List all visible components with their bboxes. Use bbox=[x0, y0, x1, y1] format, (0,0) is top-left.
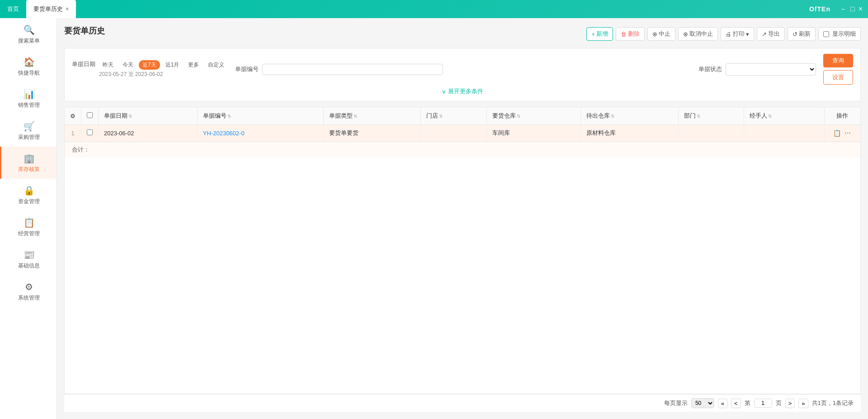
tab-home[interactable]: 首页 bbox=[0, 0, 26, 18]
sidebar-item-system-label: 系统管理 bbox=[18, 294, 40, 302]
date-today[interactable]: 今天 bbox=[119, 60, 137, 70]
refresh-button[interactable]: ↺ 刷新 bbox=[788, 27, 816, 41]
select-all-checkbox[interactable] bbox=[87, 112, 93, 118]
sidebar-item-basic-info[interactable]: 📰 基础信息 bbox=[0, 243, 57, 275]
row-bill-number-link[interactable]: YH-20230602-0 bbox=[203, 130, 245, 137]
maximize-icon[interactable]: □ bbox=[850, 5, 855, 13]
col-bill-type[interactable]: 单据类型⇅ bbox=[324, 107, 421, 125]
basic-info-icon: 📰 bbox=[24, 249, 35, 260]
display-detail-label: 显示明细 bbox=[832, 30, 856, 38]
row-req-warehouse: 车间库 bbox=[487, 125, 581, 142]
tab-home-label: 首页 bbox=[7, 5, 19, 13]
page-size-label: 每页显示 bbox=[664, 399, 688, 407]
sidebar-item-quicknav[interactable]: 🏠 快捷导航 bbox=[0, 50, 57, 82]
page-size-select[interactable]: 50 10 20 100 bbox=[691, 398, 714, 408]
new-button[interactable]: + 新增 bbox=[586, 27, 613, 41]
stop-button[interactable]: ⊗ 中止 bbox=[647, 27, 675, 41]
col-ops: 操作 bbox=[824, 107, 860, 125]
table-header-row: ⚙ 单据日期⇅ 单据编号⇅ 单据类型⇅ bbox=[65, 107, 860, 125]
row-handler bbox=[744, 125, 824, 142]
sidebar-item-sales[interactable]: 📊 销售管理 bbox=[0, 82, 57, 114]
chevron-down-icon: ∨ bbox=[442, 88, 446, 95]
row-delete-icon[interactable]: ⋯ bbox=[843, 129, 852, 138]
page-number-input[interactable] bbox=[754, 399, 772, 408]
pagination-bar: 每页显示 50 10 20 100 « < 第 页 > » 共1页，1条记录 bbox=[64, 394, 861, 412]
sidebar-item-purchase[interactable]: 🛒 采购管理 bbox=[0, 114, 57, 147]
sort-pending-warehouse-icon: ⇅ bbox=[611, 114, 614, 119]
footer-total-label: 合计： bbox=[72, 146, 90, 154]
col-store[interactable]: 门店⇅ bbox=[421, 107, 487, 125]
row-edit-icon[interactable]: 📋 bbox=[832, 129, 841, 138]
expand-more-label: ∨ 展开更多条件 bbox=[442, 87, 483, 95]
col-handler[interactable]: 经手人⇅ bbox=[744, 107, 824, 125]
prev-page-btn[interactable]: < bbox=[731, 399, 741, 408]
date-filter-label: 单据日期 bbox=[72, 60, 95, 68]
cancel-stop-icon: ⊗ bbox=[683, 31, 688, 38]
bill-number-filter: 单据编号 bbox=[235, 64, 691, 75]
main-table: ⚙ 单据日期⇅ 单据编号⇅ 单据类型⇅ bbox=[65, 107, 860, 142]
sidebar-item-purchase-label: 采购管理 bbox=[18, 133, 40, 141]
col-bill-date[interactable]: 单据日期⇅ bbox=[99, 107, 198, 125]
page-unit: 页 bbox=[776, 399, 782, 407]
row-num: 1 bbox=[65, 125, 81, 142]
top-bar: 首页 要货单历史 × OfTEn － □ × bbox=[0, 0, 868, 18]
col-req-warehouse[interactable]: 要货仓库⇅ bbox=[487, 107, 581, 125]
tab-bill-history[interactable]: 要货单历史 × bbox=[26, 0, 76, 18]
refresh-icon: ↺ bbox=[793, 31, 797, 38]
bill-status-select[interactable] bbox=[726, 63, 816, 76]
inventory-icon: 🏢 bbox=[24, 153, 35, 164]
sort-req-warehouse-icon: ⇅ bbox=[517, 114, 520, 119]
sidebar-item-system[interactable]: ⚙ 系统管理 bbox=[0, 275, 57, 307]
system-icon: ⚙ bbox=[25, 281, 33, 292]
sidebar-item-quicknav-label: 快捷导航 bbox=[18, 69, 40, 77]
finance-icon: 🔒 bbox=[24, 185, 35, 196]
col-settings[interactable]: ⚙ bbox=[65, 107, 81, 125]
col-bill-number[interactable]: 单据编号⇅ bbox=[197, 107, 323, 125]
sidebar-item-finance[interactable]: 🔒 资金管理 bbox=[0, 179, 57, 211]
filter-bar: 单据日期 昨天 今天 近7天 近1月 更多 自定义 2023-05-27 至 2… bbox=[64, 48, 861, 101]
query-settings-group: 查询 设置 bbox=[823, 54, 853, 85]
export-button[interactable]: ↗ 导出 bbox=[757, 27, 785, 41]
sort-department-icon: ⇅ bbox=[697, 114, 700, 119]
first-page-btn[interactable]: « bbox=[718, 399, 727, 408]
last-page-btn[interactable]: » bbox=[798, 399, 808, 408]
col-pending-warehouse[interactable]: 待出仓库⇅ bbox=[581, 107, 678, 125]
date-options-group: 昨天 今天 近7天 近1月 更多 自定义 2023-05-27 至 2023-0… bbox=[99, 60, 228, 78]
expand-more-btn[interactable]: ∨ 展开更多条件 bbox=[72, 85, 853, 95]
print-button-label: 打印 bbox=[733, 30, 745, 38]
sidebar-item-finance-label: 资金管理 bbox=[18, 198, 40, 205]
export-button-label: 导出 bbox=[768, 30, 780, 38]
header-actions: + 新增 🗑 删除 ⊗ 中止 ⊗ 取消中止 🖨 打印 bbox=[586, 27, 861, 41]
sidebar-item-inventory[interactable]: 🏢 库存核算 bbox=[0, 147, 57, 179]
date-recent7[interactable]: 近7天 bbox=[139, 60, 160, 70]
window-actions: － □ × bbox=[840, 5, 868, 14]
date-custom[interactable]: 自定义 bbox=[204, 60, 228, 70]
close-icon[interactable]: × bbox=[859, 5, 863, 13]
date-yesterday[interactable]: 昨天 bbox=[99, 60, 117, 70]
next-page-btn[interactable]: > bbox=[785, 399, 795, 408]
sidebar-item-search[interactable]: 🔍 搜索菜单 bbox=[0, 18, 57, 50]
query-button[interactable]: 查询 bbox=[823, 54, 853, 67]
print-button[interactable]: 🖨 打印 ▾ bbox=[721, 27, 754, 41]
cancel-stop-button[interactable]: ⊗ 取消中止 bbox=[678, 27, 718, 41]
stop-icon: ⊗ bbox=[652, 31, 657, 38]
export-icon: ↗ bbox=[762, 31, 767, 38]
bill-status-filter: 单据状态 bbox=[698, 63, 816, 76]
sidebar-item-operations[interactable]: 📋 经营管理 bbox=[0, 211, 57, 243]
home-icon: 🏠 bbox=[24, 57, 35, 67]
settings-button[interactable]: 设置 bbox=[823, 70, 853, 85]
col-department[interactable]: 部门⇅ bbox=[678, 107, 744, 125]
tab-close-icon[interactable]: × bbox=[66, 6, 69, 12]
bill-number-input[interactable] bbox=[262, 64, 443, 75]
operations-icon: 📋 bbox=[24, 217, 35, 228]
delete-button[interactable]: 🗑 删除 bbox=[616, 27, 645, 41]
sort-store-icon: ⇅ bbox=[439, 114, 443, 119]
minimize-icon[interactable]: － bbox=[840, 5, 847, 14]
date-range-text: 2023-05-27 至 2023-06-02 bbox=[99, 71, 228, 78]
date-more[interactable]: 更多 bbox=[184, 60, 203, 70]
row-checkbox[interactable] bbox=[87, 129, 93, 135]
sales-icon: 📊 bbox=[24, 89, 35, 100]
display-detail-checkbox-label[interactable]: 显示明细 bbox=[818, 27, 861, 41]
display-detail-checkbox[interactable] bbox=[823, 31, 829, 37]
date-recent1month[interactable]: 近1月 bbox=[162, 60, 183, 70]
